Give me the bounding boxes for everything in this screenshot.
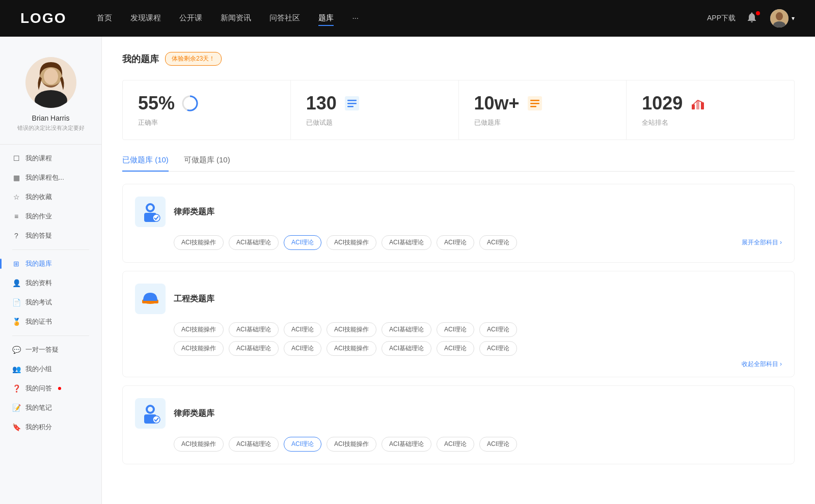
svg-rect-16 [530, 103, 539, 104]
tag-1-5[interactable]: ACI理论 [437, 235, 474, 250]
sidebar: Brian Harris 错误的决定比没有决定要好 ☐ 我的课程 ▦ 我的课程包… [0, 37, 102, 504]
svg-rect-20 [701, 102, 704, 109]
svg-rect-26 [142, 301, 158, 303]
group-icon: 👥 [12, 365, 20, 373]
nav-menu: 首页 发现课程 公开课 新闻资讯 问答社区 题库 ··· [97, 11, 707, 26]
lawyer-bank-icon-2 [135, 398, 166, 429]
nav-open-course[interactable]: 公开课 [179, 11, 202, 26]
notification-bell[interactable] [746, 11, 760, 25]
tag-2r-3[interactable]: ACI技能操作 [327, 341, 376, 356]
tag-1-1[interactable]: ACI基础理论 [229, 235, 279, 250]
sidebar-item-profile[interactable]: 👤 我的资料 [4, 273, 97, 293]
tag-2-0[interactable]: ACI技能操作 [174, 322, 224, 337]
expand-link-1[interactable]: 展开全部科目 › [742, 238, 782, 247]
sidebar-item-group[interactable]: 👥 我的小组 [4, 359, 97, 379]
profile-name: Brian Harris [32, 114, 70, 122]
list-icon-svg [344, 95, 360, 111]
tag-3-0[interactable]: ACI技能操作 [174, 437, 224, 452]
tag-1-3[interactable]: ACI技能操作 [327, 235, 376, 250]
app-download-link[interactable]: APP下载 [707, 14, 736, 23]
done-banks-label: 已做题库 [474, 118, 611, 127]
tabs-row: 已做题库 (10) 可做题库 (10) [122, 155, 795, 172]
stat-ranking: 1029 全站排名 [627, 80, 794, 139]
collapse-link-2[interactable]: 收起全部科目 › [174, 360, 782, 369]
qa-icon: ❓ [12, 384, 20, 393]
done-questions-value: 130 [306, 93, 337, 114]
profile-motto: 错误的决定比没有决定要好 [11, 124, 91, 132]
sidebar-item-course-pack[interactable]: ▦ 我的课程包... [4, 168, 97, 187]
bank-tags-section-3: ACI技能操作 ACI基础理论 ACI理论 ACI技能操作 ACI基础理论 AC… [135, 437, 782, 452]
stat-top-3: 10w+ [474, 93, 611, 114]
bank-tags-section-2: ACI技能操作 ACI基础理论 ACI理论 ACI技能操作 ACI基础理论 AC… [135, 322, 782, 369]
nav-exam[interactable]: 题库 [318, 11, 334, 26]
nav-home[interactable]: 首页 [97, 11, 112, 26]
tag-2r-0[interactable]: ACI技能操作 [174, 341, 224, 356]
page-title: 我的题库 [122, 53, 159, 65]
page-header: 我的题库 体验剩余23天！ [122, 52, 795, 66]
pie-chart-svg [181, 94, 199, 113]
points-icon: 🔖 [12, 423, 20, 431]
tag-1-4[interactable]: ACI基础理论 [382, 235, 431, 250]
tab-done-banks[interactable]: 已做题库 (10) [122, 155, 169, 171]
sidebar-item-exam[interactable]: 📄 我的考试 [4, 293, 97, 312]
tag-2r-6[interactable]: ACI理论 [479, 341, 517, 356]
sidebar-item-points[interactable]: 🔖 我的积分 [4, 417, 97, 437]
profile-section: Brian Harris 错误的决定比没有决定要好 [0, 47, 101, 145]
user-avatar-menu[interactable]: ▾ [770, 9, 795, 27]
tag-2r-2[interactable]: ACI理论 [284, 341, 321, 356]
tab-available-banks[interactable]: 可做题库 (10) [184, 155, 230, 171]
accuracy-value: 55% [138, 93, 175, 114]
tags-row-2b: ACI技能操作 ACI基础理论 ACI理论 ACI技能操作 ACI基础理论 AC… [174, 341, 782, 356]
sidebar-item-notes[interactable]: 📝 我的笔记 [4, 398, 97, 417]
doc-icon: 📄 [12, 298, 20, 306]
tag-2r-5[interactable]: ACI理论 [437, 341, 474, 356]
bank-tags-section-1: ACI技能操作 ACI基础理论 ACI理论 ACI技能操作 ACI基础理论 AC… [135, 235, 782, 250]
tag-3-5[interactable]: ACI理论 [437, 437, 474, 452]
stat-done-questions: 130 已做试题 [291, 80, 459, 139]
tag-2-4[interactable]: ACI基础理论 [382, 322, 431, 337]
sidebar-item-question-bank[interactable]: ⊞ 我的题库 [4, 254, 97, 273]
homework-icon: ≡ [12, 212, 20, 220]
tag-2r-1[interactable]: ACI基础理论 [229, 341, 279, 356]
nav-news[interactable]: 新闻资讯 [221, 11, 251, 26]
tag-1-0[interactable]: ACI技能操作 [174, 235, 224, 250]
orange-list-icon [526, 94, 544, 113]
sidebar-divider-2 [12, 335, 89, 336]
tag-3-1[interactable]: ACI基础理论 [229, 437, 279, 452]
svg-point-30 [153, 416, 160, 423]
svg-rect-13 [347, 106, 354, 107]
main-layout: Brian Harris 错误的决定比没有决定要好 ☐ 我的课程 ▦ 我的课程包… [0, 37, 815, 504]
chat-icon: 💬 [12, 346, 20, 354]
bank-section-lawyer-2: 律师类题库 ACI技能操作 ACI基础理论 ACI理论 ACI技能操作 ACI基… [122, 385, 795, 464]
tag-2-6[interactable]: ACI理论 [479, 322, 517, 337]
grid-icon: ⊞ [12, 260, 20, 268]
nav-more[interactable]: ··· [352, 11, 359, 26]
nav-qa[interactable]: 问答社区 [269, 11, 300, 26]
sidebar-item-homework[interactable]: ≡ 我的作业 [4, 207, 97, 226]
tag-2r-4[interactable]: ACI基础理论 [382, 341, 431, 356]
tag-1-2[interactable]: ACI理论 [284, 235, 321, 250]
chevron-down-icon: ▾ [792, 15, 795, 22]
sidebar-item-certificate[interactable]: 🏅 我的证书 [4, 312, 97, 331]
tag-2-3[interactable]: ACI技能操作 [327, 322, 376, 337]
nav-discover[interactable]: 发现课程 [130, 11, 161, 26]
tag-2-5[interactable]: ACI理论 [437, 322, 474, 337]
done-banks-value: 10w+ [474, 93, 520, 114]
tag-3-2[interactable]: ACI理论 [284, 437, 321, 452]
sidebar-item-course[interactable]: ☐ 我的课程 [4, 149, 97, 168]
tag-2-2[interactable]: ACI理论 [284, 322, 321, 337]
tag-1-6[interactable]: ACI理论 [479, 235, 517, 250]
sidebar-item-my-qa[interactable]: ❓ 我的问答 [4, 379, 97, 398]
tag-2-1[interactable]: ACI基础理论 [229, 322, 279, 337]
engineer-icon-svg [139, 288, 161, 310]
tag-3-4[interactable]: ACI基础理论 [382, 437, 431, 452]
tag-3-6[interactable]: ACI理论 [479, 437, 517, 452]
file-icon: ☐ [12, 154, 20, 162]
stats-row: 55% 正确率 130 [122, 80, 795, 140]
question-circle-icon: ? [12, 232, 20, 240]
sidebar-item-one-on-one[interactable]: 💬 一对一答疑 [4, 340, 97, 359]
sidebar-item-favorites[interactable]: ☆ 我的收藏 [4, 187, 97, 207]
lawyer-bank-icon-1 [135, 197, 166, 227]
tag-3-3[interactable]: ACI技能操作 [327, 437, 376, 452]
sidebar-item-qa[interactable]: ? 我的答疑 [4, 226, 97, 245]
